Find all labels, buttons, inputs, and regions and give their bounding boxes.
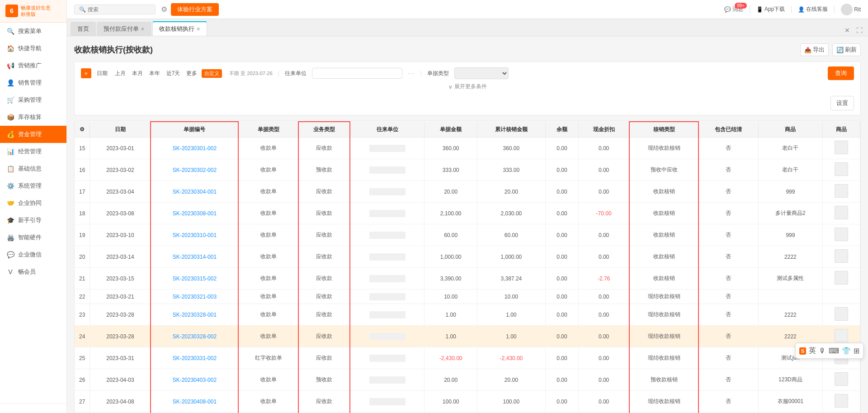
td-verify-type: 现结收款核销 [629,138,698,159]
product-image [835,206,848,219]
bill-no-link[interactable]: SK-20230321-003 [173,294,217,300]
page-actions: 📤 导出 🔄 刷新 [800,43,861,56]
bill-no-link[interactable]: SK-20230304-001 [173,189,217,195]
settings-button[interactable]: 设置 [830,96,854,110]
td-verify-type: 收款核销 [629,203,698,224]
refresh-button[interactable]: 🔄 刷新 [832,43,861,56]
td-verify-type: 预收款核销 [629,369,698,391]
bill-no-link[interactable]: SK-20230315-002 [173,275,217,282]
partner-dots[interactable]: ··· [408,70,415,76]
sidebar-item-operation[interactable]: 📊经营管理 [0,143,66,160]
ft-mic-icon[interactable]: 🎙 [819,347,826,355]
sidebar-label-finance: 资金管理 [18,130,42,138]
sidebar-item-purchase[interactable]: 🛒采购管理 [0,91,66,109]
date-more[interactable]: 更多 [184,69,199,78]
ft-label[interactable]: 英 [809,346,816,356]
th-settings[interactable]: ⚙ [75,122,90,138]
sidebar-item-marketing[interactable]: 📢营销推广 [0,57,66,74]
sidebar-item-quick[interactable]: 🏠快捷导航 [0,40,66,57]
sidebar-item-inventory[interactable]: 📦库存核算 [0,109,66,126]
export-button[interactable]: 📤 导出 [800,43,829,56]
tab-close-collect[interactable]: ✕ [196,26,200,32]
tab-close-prepay[interactable]: ✕ [141,26,145,32]
sidebar-item-finance[interactable]: 💰资金管理 [0,126,66,143]
bill-no-link[interactable]: SK-20230308-001 [173,210,217,217]
date-this-year[interactable]: 本年 [147,69,162,78]
ft-grid-icon[interactable]: ⊞ [854,347,859,355]
td-discount: 0.00 [578,326,629,347]
sidebar-item-system[interactable]: ⚙️系统管理 [0,177,66,195]
system-icon: ⚙️ [6,182,14,190]
logo-icon: 6 [5,5,18,17]
date-7days[interactable]: 近7天 [165,69,182,78]
expand-icon[interactable]: ⛶ [854,25,864,36]
bill-no-link[interactable]: SK-20230328-002 [173,333,217,340]
td-included: 否 [698,159,758,181]
close-tab-icon[interactable]: ✕ [843,25,852,36]
app-download-button[interactable]: 📱 App下载 [756,5,785,13]
search-input[interactable] [88,6,151,13]
sidebar-item-sales[interactable]: 👤销售管理 [0,74,66,91]
message-button[interactable]: 💬 消息 99+ [724,5,743,13]
td-partner [350,326,425,347]
bill-no-link[interactable]: SK-20230331-002 [173,355,217,361]
sidebar-item-enterprise[interactable]: 🤝企业协同 [0,195,66,212]
sidebar-item-member[interactable]: V畅会员 [0,263,66,280]
th-bill-type: 单据类型 [238,122,298,138]
td-included: 否 [698,347,758,369]
date-this-month[interactable]: 本月 [130,69,145,78]
td-date: 2023-03-28 [90,326,151,347]
date-custom-btn[interactable]: 自定义 [202,69,222,78]
td-discount: 0.00 [578,304,629,326]
td-amount: 1,000.00 [425,246,477,268]
bill-no-link[interactable]: SK-20230310-001 [173,232,217,238]
ft-keyboard-icon[interactable]: ⌨ [829,347,839,355]
bill-no-link[interactable]: SK-20230328-001 [173,312,217,318]
sidebar-item-basic[interactable]: 📋基础信息 [0,160,66,177]
bill-no-link[interactable]: SK-20230408-001 [173,399,217,405]
sidebar-label-search: 搜索菜单 [18,27,42,35]
sidebar-item-hardware[interactable]: 🖨️智能硬件 [0,229,66,246]
th-product-img: 商品 [823,122,860,138]
sidebar-item-wechat[interactable]: 💬企业微信 [0,246,66,263]
tab-prepay[interactable]: 预付款应付单✕ [97,22,151,36]
bill-no-link[interactable]: SK-20230302-002 [173,167,217,173]
td-amount: 3,390.00 [425,268,477,290]
table-row: 18 2023-03-08 SK-20230308-001 收款单 应收款 2,… [75,203,860,224]
td-biz-type: 预收款 [298,369,350,391]
bill-no-link[interactable]: SK-20230314-001 [173,254,217,260]
sidebar-item-guide[interactable]: 🎓新手引导 [0,212,66,229]
td-included: 否 [698,304,758,326]
logo-text-line1: 畅康道好生意 [21,5,51,11]
sidebar-label-sales: 销售管理 [18,79,42,87]
td-biz-type: 应收款 [298,290,350,304]
td-no: 23 [75,304,90,326]
td-partner [350,304,425,326]
topbar-search-box[interactable]: 🔍 [74,5,156,14]
expand-more-conditions[interactable]: ∨ 展开更多条件 [81,80,854,93]
sidebar-item-search[interactable]: 🔍搜索菜单 [0,23,66,40]
date-prev-month[interactable]: 上月 [113,69,127,78]
table-row: 22 2023-03-21 SK-20230321-003 收款单 应收款 10… [75,290,860,304]
td-product: 999 [758,181,822,203]
bill-type-select[interactable] [454,67,509,79]
th-discount: 现金折扣 [578,122,629,138]
user-profile[interactable]: Rit [841,4,861,15]
td-biz-type: 预收款 [298,159,350,181]
partner-input[interactable] [312,68,402,79]
product-image [835,329,848,342]
table-row: 21 2023-03-15 SK-20230315-002 收款单 应收款 3,… [75,268,860,290]
logo-text-line2: 标推版 [21,11,51,17]
solution-button[interactable]: 体验行业方案 [171,3,219,16]
tab-home[interactable]: 首页 [71,22,96,36]
table-row: 26 2023-04-03 SK-20230403-002 收款单 预收款 20… [75,369,860,391]
bill-no-link[interactable]: SK-20230403-002 [173,377,217,383]
td-verify-type: 现结收款核销 [629,347,698,369]
query-button[interactable]: 查询 [828,66,854,80]
bill-no-link[interactable]: SK-20230301-002 [173,145,217,152]
online-service-button[interactable]: 👤 在线客服 [798,5,828,13]
ft-shirt-icon[interactable]: 👕 [842,347,851,355]
gear-icon[interactable]: ⚙ [161,5,167,14]
filter-expand-button[interactable]: » [81,68,91,78]
tab-collect[interactable]: 收款核销执行✕ [152,21,207,36]
